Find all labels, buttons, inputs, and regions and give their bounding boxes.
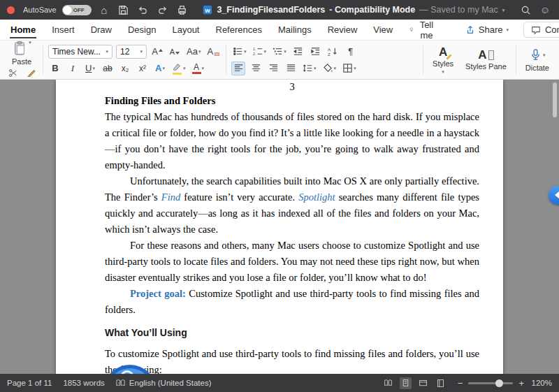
home-icon[interactable]: ⌂ (97, 3, 111, 17)
strikethrough-button[interactable]: ab (101, 61, 115, 75)
highlight-button[interactable]: ▾ (170, 61, 187, 75)
tab-draw[interactable]: Draw (90, 21, 112, 38)
document-area: 3 Finding Files and Folders The typical … (0, 80, 559, 374)
text-effects-button[interactable]: A ▾ (153, 61, 167, 75)
clipboard-group: ▾ Paste (6, 40, 38, 80)
font-size-combo[interactable]: 12 ▾ (116, 45, 147, 59)
draft-view-icon[interactable] (435, 377, 447, 389)
window-title: W 3_FindingFilesandFolders - Compatibili… (195, 5, 513, 15)
align-right-button[interactable] (266, 61, 280, 75)
paste-label: Paste (12, 57, 31, 66)
print-layout-view-icon[interactable] (400, 377, 412, 389)
increase-indent-button[interactable] (309, 45, 323, 59)
styles-pane-button[interactable]: A Styles Pane (461, 49, 511, 71)
font-name-value: Times New... (52, 47, 101, 57)
bold-button[interactable]: B (48, 61, 62, 75)
undo-icon[interactable] (136, 3, 150, 17)
sort-button[interactable]: AZ (326, 45, 340, 59)
borders-button[interactable]: ▾ (341, 61, 358, 75)
styles-pane-icon: A (478, 49, 493, 61)
cut-button[interactable] (6, 66, 20, 80)
search-icon[interactable] (518, 3, 532, 17)
paste-button[interactable]: ▾ (12, 40, 31, 57)
styles-button[interactable]: A Styles ▾ (428, 46, 458, 74)
decrease-indent-button[interactable] (291, 45, 305, 59)
view-switcher (382, 377, 447, 389)
share-label: Share (479, 24, 503, 35)
subscript-button[interactable]: x₂ (118, 61, 132, 75)
chevron-down-icon: ▾ (506, 27, 509, 32)
zoom-slider[interactable] (468, 382, 513, 384)
page-info[interactable]: Page 1 of 11 (7, 379, 52, 387)
styles-label: Styles (433, 59, 453, 68)
vertical-scrollbar-thumb[interactable] (553, 82, 557, 117)
change-case-button[interactable]: Aa ▾ (185, 45, 202, 59)
line-spacing-button[interactable]: ▾ (301, 61, 318, 75)
tab-references[interactable]: References (215, 21, 263, 38)
zoom-slider-knob[interactable] (495, 379, 503, 387)
zoom-level[interactable]: 120% (530, 379, 552, 387)
save-icon[interactable] (117, 3, 131, 17)
zoom-in-button[interactable]: + (518, 379, 524, 388)
word-doc-icon: W (203, 5, 212, 15)
tab-review[interactable]: Review (327, 21, 358, 38)
bullets-button[interactable]: ▾ (231, 45, 248, 59)
paragraph: Unfortunately, the search capabilities b… (105, 173, 479, 238)
web-layout-view-icon[interactable] (417, 377, 429, 389)
tab-home[interactable]: Home (10, 21, 36, 38)
align-center-button[interactable] (249, 61, 263, 75)
project-goal-label: Project goal: (130, 288, 186, 299)
language-selector[interactable]: English (United States) (116, 379, 212, 388)
redo-icon[interactable] (156, 3, 170, 17)
document-content[interactable]: 3 Finding Files and Folders The typical … (56, 80, 503, 374)
chevron-down-icon: ▾ (543, 52, 546, 57)
share-button[interactable]: Share ▾ (465, 24, 509, 35)
numbering-icon: 1.2. (253, 46, 263, 57)
format-painter-button[interactable] (24, 66, 38, 80)
dictate-button[interactable]: ▾ Dictate (521, 48, 553, 72)
tab-insert[interactable]: Insert (51, 21, 75, 38)
tab-view[interactable]: View (372, 21, 393, 38)
multilevel-list-icon (273, 46, 283, 57)
presence-badge[interactable] (549, 186, 559, 205)
document-page[interactable]: 3 Finding Files and Folders The typical … (56, 80, 503, 374)
feedback-smiley-icon[interactable]: ☺ (538, 3, 552, 17)
saved-status: — Saved to my Mac (419, 5, 498, 15)
numbering-button[interactable]: 1.2. ▾ (252, 45, 268, 59)
print-icon[interactable] (175, 3, 189, 17)
shrink-font-button[interactable]: A (168, 45, 182, 59)
shading-button[interactable]: ▾ (321, 61, 338, 75)
line-spacing-icon (303, 63, 313, 73)
styles-pane-label: Styles Pane (465, 62, 507, 71)
close-window-button[interactable] (7, 6, 15, 14)
comments-button[interactable]: Comments (523, 22, 559, 38)
align-left-button[interactable] (231, 61, 245, 75)
chevron-down-icon: ▾ (183, 66, 186, 71)
underline-button[interactable]: U ▾ (83, 61, 97, 75)
grow-font-button[interactable]: A (150, 45, 164, 59)
find-link-text: Find (161, 191, 180, 203)
read-mode-view-icon[interactable] (382, 377, 394, 389)
chevron-down-icon[interactable]: ▾ (502, 8, 505, 13)
tab-mailings[interactable]: Mailings (277, 21, 312, 38)
justify-button[interactable] (284, 61, 298, 75)
tab-tell-me[interactable]: Tell me (408, 16, 436, 44)
tab-layout[interactable]: Layout (171, 21, 200, 38)
superscript-button[interactable]: x² (136, 61, 150, 75)
italic-button[interactable]: I (66, 61, 80, 75)
scissors-icon (8, 68, 17, 78)
font-color-icon: A (192, 63, 201, 74)
clear-formatting-button[interactable]: A (205, 45, 221, 59)
show-paragraph-marks-button[interactable]: ¶ (344, 45, 358, 59)
svg-text:1.: 1. (253, 47, 256, 51)
zoom-out-button[interactable]: − (458, 379, 463, 388)
chevron-down-icon: ▾ (264, 49, 267, 54)
svg-text:Z: Z (328, 52, 331, 57)
word-count[interactable]: 1853 words (63, 379, 104, 387)
tab-design[interactable]: Design (127, 21, 157, 38)
clear-formatting-icon: A (207, 46, 213, 57)
font-name-combo[interactable]: Times New... ▾ (48, 45, 112, 59)
font-color-button[interactable]: A ▾ (191, 61, 206, 75)
autosave-toggle[interactable]: OFF (62, 5, 92, 15)
multilevel-list-button[interactable]: ▾ (271, 45, 288, 59)
